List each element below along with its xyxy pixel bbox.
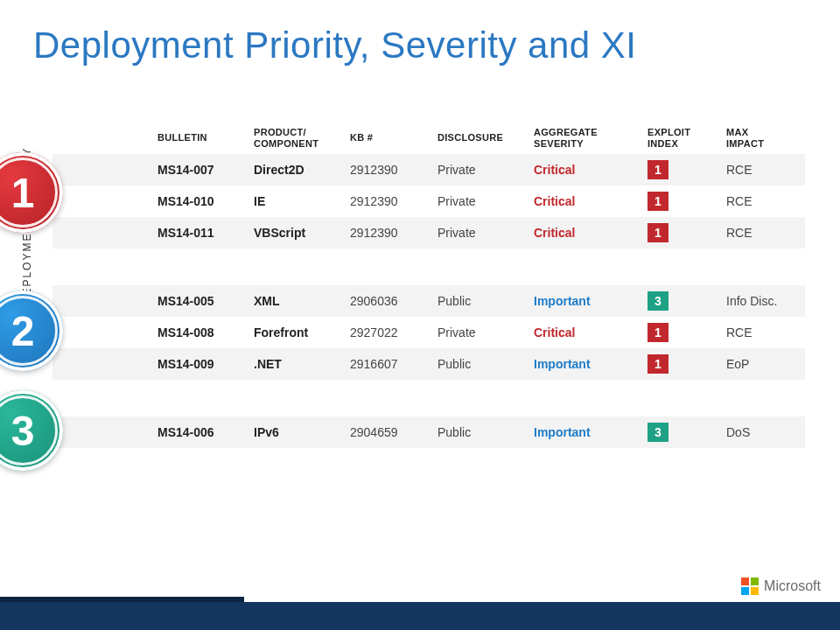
cell-severity: Important — [534, 425, 648, 439]
cell-severity: Critical — [534, 163, 648, 177]
cell-severity: Critical — [534, 194, 648, 208]
priority-badge-3: 3 — [0, 390, 63, 471]
cell-impact: RCE — [726, 163, 805, 177]
cell-severity: Critical — [534, 226, 648, 240]
cell-product: Forefront — [254, 326, 350, 340]
cell-kb: 2906036 — [350, 294, 438, 308]
table-row: MS14-007Direct2D2912390PrivateCritical1R… — [52, 154, 805, 186]
cell-severity: Important — [534, 294, 648, 308]
cell-bulletin: MS14-005 — [158, 294, 254, 308]
table-row: MS14-005XML2906036PublicImportant3Info D… — [52, 285, 805, 317]
table-row: MS14-008Forefront2927022PrivateCritical1… — [52, 317, 805, 348]
cell-product: XML — [254, 294, 350, 308]
cell-disclosure: Private — [438, 226, 534, 240]
col-kb: KB # — [350, 132, 438, 144]
cell-exploit-index: 3 — [648, 423, 726, 442]
table-row: MS14-009.NET2916607PublicImportant1EoP — [52, 348, 805, 380]
cell-severity: Critical — [534, 326, 648, 340]
cell-bulletin: MS14-010 — [158, 194, 254, 208]
cell-impact: DoS — [726, 425, 805, 439]
col-impact: MAX IMPACT — [726, 127, 805, 150]
table-row: MS14-010IE2912390PrivateCritical1RCE — [52, 186, 805, 217]
col-product: PRODUCT/ COMPONENT — [254, 127, 350, 150]
cell-kb: 2927022 — [350, 326, 438, 340]
cell-impact: RCE — [726, 326, 805, 340]
cell-exploit-index: 1 — [648, 323, 726, 342]
table-row: MS14-011VBScript2912390PrivateCritical1R… — [52, 217, 805, 248]
cell-disclosure: Private — [438, 326, 534, 340]
cell-product: Direct2D — [254, 163, 350, 177]
priority-group-3: 3MS14-006IPv62904659PublicImportant3DoS — [35, 416, 805, 448]
cell-exploit-index: 1 — [648, 223, 726, 242]
cell-bulletin: MS14-011 — [158, 226, 254, 240]
cell-kb: 2912390 — [350, 163, 438, 177]
cell-disclosure: Public — [438, 294, 534, 308]
cell-exploit-index: 3 — [648, 291, 726, 311]
priority-group-1: 1MS14-007Direct2D2912390PrivateCritical1… — [35, 154, 805, 248]
col-bulletin: BULLETIN — [158, 132, 254, 144]
cell-impact: RCE — [726, 194, 805, 208]
table-row: MS14-006IPv62904659PublicImportant3DoS — [52, 416, 805, 448]
cell-product: .NET — [254, 357, 350, 371]
cell-bulletin: MS14-006 — [158, 425, 254, 439]
table-headers: BULLETIN PRODUCT/ COMPONENT KB # DISCLOS… — [52, 122, 805, 154]
cell-impact: RCE — [726, 226, 805, 240]
col-disclosure: DISCLOSURE — [438, 132, 534, 144]
cell-exploit-index: 1 — [648, 160, 726, 179]
cell-bulletin: MS14-009 — [158, 357, 254, 371]
cell-product: IE — [254, 194, 350, 208]
microsoft-logo-text: Microsoft — [764, 578, 821, 594]
cell-exploit-index: 1 — [648, 354, 726, 374]
microsoft-logo-icon — [741, 578, 759, 595]
cell-disclosure: Private — [438, 163, 534, 177]
cell-kb: 2916607 — [350, 357, 438, 371]
cell-exploit-index: 1 — [648, 192, 726, 211]
priority-matrix: DEPLOYMENT PRIORITY BULLETIN PRODUCT/ CO… — [35, 122, 805, 485]
cell-disclosure: Public — [438, 357, 534, 371]
cell-disclosure: Public — [438, 425, 534, 439]
cell-kb: 2904659 — [350, 425, 438, 439]
cell-product: IPv6 — [254, 425, 350, 439]
microsoft-logo: Microsoft — [741, 578, 821, 595]
cell-impact: EoP — [726, 357, 805, 371]
cell-product: VBScript — [254, 226, 350, 240]
cell-severity: Important — [534, 357, 648, 371]
cell-bulletin: MS14-008 — [158, 326, 254, 340]
cell-bulletin: MS14-007 — [158, 163, 254, 177]
col-xi: EXPLOIT INDEX — [648, 127, 726, 150]
cell-kb: 2912390 — [350, 194, 438, 208]
cell-disclosure: Private — [438, 194, 534, 208]
priority-group-2: 2MS14-005XML2906036PublicImportant3Info … — [35, 285, 805, 380]
cell-impact: Info Disc. — [726, 294, 805, 308]
cell-kb: 2912390 — [350, 226, 438, 240]
footer-bar — [0, 602, 840, 630]
col-severity: AGGREGATE SEVERITY — [534, 127, 648, 150]
side-axis-label: DEPLOYMENT PRIORITY — [21, 0, 33, 173]
page-title: Deployment Priority, Severity and XI — [0, 0, 840, 66]
